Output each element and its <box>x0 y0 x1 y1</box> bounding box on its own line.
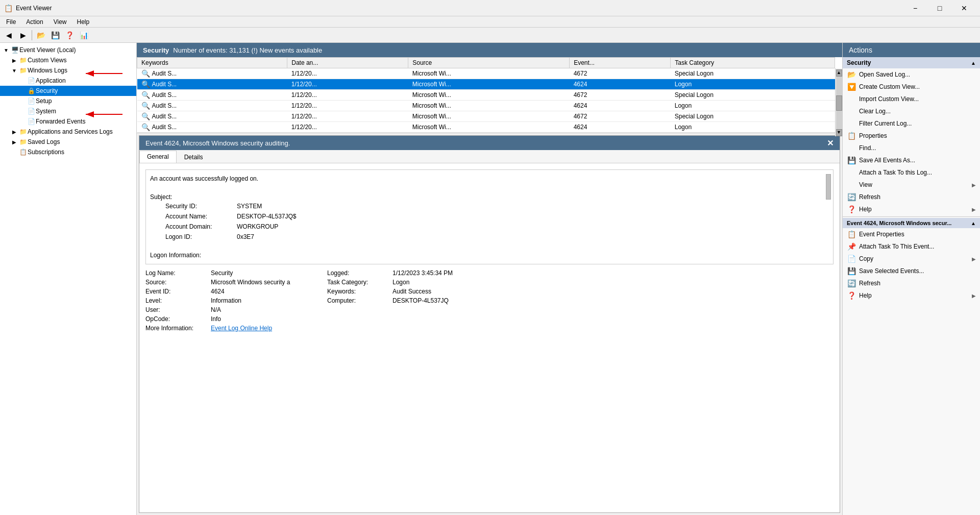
scrollbar-up[interactable]: ▲ <box>836 69 842 77</box>
action-label: Event Properties <box>859 231 904 238</box>
toolbar-properties[interactable]: 📊 <box>77 29 90 41</box>
action-label: View <box>859 181 872 188</box>
sidebar-item-root[interactable]: ▼ 🖥️ Event Viewer (Local) <box>0 45 136 55</box>
expand-icon-root: ▼ <box>2 47 10 53</box>
col-keywords[interactable]: Keywords <box>137 58 287 68</box>
action-icon: 📂 <box>847 70 856 79</box>
action-icon: 🔽 <box>847 83 856 91</box>
toolbar-save[interactable]: 💾 <box>48 29 62 41</box>
main-layout: ▼ 🖥️ Event Viewer (Local) ▶ 📁 Custom Vie… <box>0 43 980 515</box>
security-actions-list: 📂Open Saved Log...🔽Create Custom View...… <box>843 68 980 215</box>
action-item-clear-log-[interactable]: Clear Log... <box>843 105 980 117</box>
action-item-help[interactable]: ❓Help▶ <box>843 203 980 215</box>
sidebar-item-security[interactable]: 🔒 Security 2 <box>0 86 136 96</box>
action-label: Attach a Task To this Log... <box>859 169 932 176</box>
col-event[interactable]: Event... <box>570 58 671 68</box>
action-item-event-event-properties[interactable]: 📋Event Properties <box>843 228 980 240</box>
toolbar-back[interactable]: ◀ <box>2 29 15 41</box>
actions-section-event[interactable]: Event 4624, Microsoft Windows secur... ▲ <box>843 218 980 228</box>
action-item-event-refresh[interactable]: 🔄Refresh <box>843 277 980 289</box>
sidebar-item-subscriptions[interactable]: 📋 Subscriptions <box>0 147 136 157</box>
event-icon: 🔍 <box>141 69 150 78</box>
sidebar-item-app-services[interactable]: ▶ 📁 Applications and Services Logs <box>0 127 136 137</box>
toolbar-forward[interactable]: ▶ <box>16 29 30 41</box>
log-header: Security Number of events: 31,131 (!) Ne… <box>137 43 842 57</box>
detail-tabs: General Details <box>139 150 840 163</box>
sidebar-item-setup[interactable]: 📄 Setup <box>0 96 136 106</box>
sidebar-item-custom-views[interactable]: ▶ 📁 Custom Views <box>0 55 136 65</box>
computer-value: DESKTOP-4L537JQ <box>393 297 834 304</box>
event-detail-close[interactable]: ✕ <box>827 138 834 148</box>
sidebar-item-forwarded-events[interactable]: 📄 Forwarded Events <box>0 116 136 127</box>
event-id-label: Event ID: <box>145 288 207 295</box>
maximize-button[interactable]: □ <box>928 0 951 16</box>
submenu-arrow: ▶ <box>972 256 976 262</box>
menu-help[interactable]: Help <box>73 17 94 27</box>
sidebar-label-subscriptions: Subscriptions <box>28 149 134 156</box>
table-row[interactable]: 🔍Audit S... 1/12/20... Microsoft Wi... 4… <box>137 90 835 101</box>
table-row[interactable]: 🔍Audit S... 1/12/20... Microsoft Wi... 4… <box>137 111 835 122</box>
action-item-attach-a-task-to-this-log-[interactable]: Attach a Task To this Log... <box>843 166 980 179</box>
tab-general[interactable]: General <box>139 151 177 163</box>
sidebar-item-application[interactable]: 📄 Application <box>0 76 136 86</box>
sidebar: ▼ 🖥️ Event Viewer (Local) ▶ 📁 Custom Vie… <box>0 43 137 515</box>
expand-icon-app-services: ▶ <box>10 129 18 135</box>
col-date[interactable]: Date an... <box>287 58 408 68</box>
actions-section-security[interactable]: Security ▲ <box>843 57 980 68</box>
detail-content: An account was successfully logged on. S… <box>139 163 840 512</box>
opcode-label: OpCode: <box>145 315 207 323</box>
action-item-create-custom-view-[interactable]: 🔽Create Custom View... <box>843 81 980 93</box>
toolbar-open[interactable]: 📂 <box>34 29 47 41</box>
action-label: Import Custom View... <box>859 95 919 103</box>
action-label: Attach Task To This Event... <box>859 243 934 250</box>
col-category[interactable]: Task Category <box>671 58 835 68</box>
detail-metadata: Log Name: Security Logged: 1/12/2023 3:4… <box>145 269 834 332</box>
table-row[interactable]: 🔍Audit S... 1/12/20... Microsoft Wi... 4… <box>137 122 835 133</box>
action-item-find-[interactable]: Find... <box>843 142 980 154</box>
col-source[interactable]: Source <box>408 58 570 68</box>
close-button[interactable]: ✕ <box>952 0 976 16</box>
action-icon: 📋 <box>847 132 856 140</box>
sidebar-item-saved-logs[interactable]: ▶ 📁 Saved Logs <box>0 137 136 147</box>
window-title: Event Viewer <box>16 5 52 12</box>
field-security-id-label: Security ID: <box>165 202 237 211</box>
logged-label: Logged: <box>327 269 388 277</box>
sidebar-item-system[interactable]: 📄 System <box>0 106 136 116</box>
action-item-event-attach-task-to-this-event-[interactable]: 📌Attach Task To This Event... <box>843 240 980 253</box>
action-item-refresh[interactable]: 🔄Refresh <box>843 191 980 203</box>
action-label: Save All Events As... <box>859 157 915 164</box>
action-item-save-all-events-as-[interactable]: 💾Save All Events As... <box>843 154 980 166</box>
detail-scrollbar[interactable] <box>826 174 831 200</box>
action-item-open-saved-log-[interactable]: 📂Open Saved Log... <box>843 68 980 81</box>
submenu-arrow: ▶ <box>972 207 976 212</box>
menu-view[interactable]: View <box>50 17 71 27</box>
action-label: Create Custom View... <box>859 83 920 90</box>
logon-info-label: Logon Information: <box>150 251 829 260</box>
action-item-filter-current-log-[interactable]: Filter Current Log... <box>843 117 980 130</box>
action-item-event-copy[interactable]: 📄Copy▶ <box>843 253 980 265</box>
sidebar-item-windows-logs[interactable]: ▼ 📁 Windows Logs 1 <box>0 65 136 76</box>
action-item-import-custom-view-[interactable]: Import Custom View... <box>843 93 980 105</box>
menu-file[interactable]: File <box>2 17 20 27</box>
toolbar-help[interactable]: ❓ <box>63 29 76 41</box>
sidebar-label-setup: Setup <box>36 97 134 105</box>
menu-action[interactable]: Action <box>22 17 47 27</box>
event-list-container: Keywords Date an... Source Event... Task… <box>137 57 842 133</box>
action-icon <box>847 168 856 177</box>
content-area: Security Number of events: 31,131 (!) Ne… <box>137 43 842 515</box>
more-info-link[interactable]: Event Log Online Help <box>211 325 323 332</box>
action-icon: 📌 <box>847 242 856 251</box>
folder-icon-security: 🔒 <box>27 87 36 94</box>
table-row[interactable]: 🔍Audit S... 1/12/20... Microsoft Wi... 4… <box>137 68 835 79</box>
tab-details[interactable]: Details <box>177 151 211 163</box>
minimize-button[interactable]: − <box>903 0 927 16</box>
table-row[interactable]: 🔍Audit S... 1/12/20... Microsoft Wi... 4… <box>137 79 835 90</box>
folder-icon-custom-views: 📁 <box>18 57 28 64</box>
action-item-event-help[interactable]: ❓Help▶ <box>843 289 980 302</box>
action-label: Help <box>859 292 872 299</box>
action-item-event-save-selected-events-[interactable]: 💾Save Selected Events... <box>843 265 980 277</box>
scrollbar-down[interactable]: ▼ <box>836 129 842 136</box>
action-item-view[interactable]: View▶ <box>843 179 980 191</box>
action-item-properties[interactable]: 📋Properties <box>843 130 980 142</box>
table-row[interactable]: 🔍Audit S... 1/12/20... Microsoft Wi... 4… <box>137 101 835 111</box>
